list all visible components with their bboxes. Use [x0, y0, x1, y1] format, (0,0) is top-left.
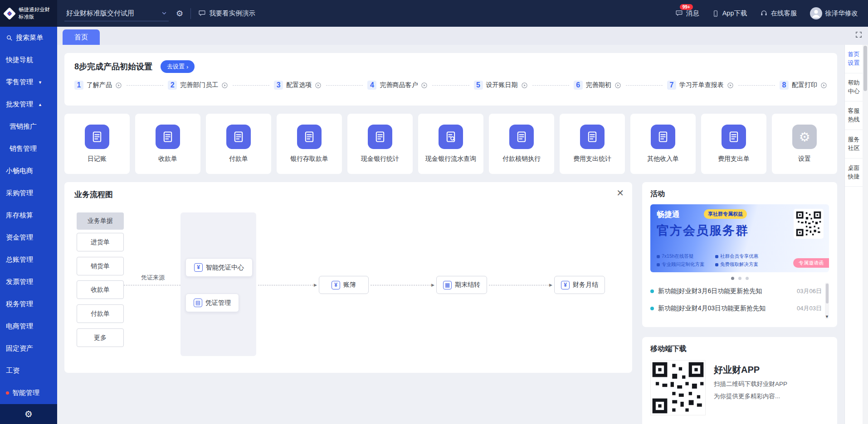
demo-link-label: 我要看实例演示: [209, 9, 255, 18]
demo-link[interactable]: 我要看实例演示: [198, 9, 255, 18]
page-scrollbar-thumb[interactable]: [863, 46, 867, 91]
logo-subtitle: 标准版: [19, 14, 34, 19]
news-scrollbar-thumb[interactable]: [826, 284, 829, 304]
sidebar-item-fixed-assets[interactable]: 固定资产: [0, 337, 57, 360]
play-circle-icon[interactable]: [421, 82, 428, 89]
activity-banner[interactable]: 畅捷通 享社群专属权益 官方会员服务群 7x15h在线答疑 社群会员专享优惠 专…: [650, 204, 829, 272]
quick-card-bank-deposit[interactable]: 银行存取款单: [277, 114, 342, 174]
news-item[interactable]: 新功能|好业财4月03日功能更新抢先知 04月03日: [650, 300, 822, 317]
sidebar-settings-button[interactable]: ⚙: [0, 404, 57, 424]
news-item[interactable]: 新功能|好业财3月6日功能更新抢先知 03月06日: [650, 283, 822, 300]
page-scrollbar[interactable]: [863, 45, 868, 424]
play-circle-icon[interactable]: [614, 82, 621, 89]
sidebar-item-funds[interactable]: 资金管理: [0, 226, 57, 249]
setup-step-5[interactable]: 5 设开账日期: [474, 81, 528, 90]
period-end-box[interactable]: ▦ 期末结转: [436, 276, 487, 294]
quick-card-cash-bank-query[interactable]: 现金银行流水查询: [418, 114, 483, 174]
carousel-dot[interactable]: [738, 277, 741, 280]
fullscreen-expand-icon[interactable]: [855, 31, 863, 39]
strip-item-help-center[interactable]: 帮助中心: [845, 73, 863, 102]
sidebar-item-label: 总账管理: [6, 255, 33, 264]
online-service-button[interactable]: 在线客服: [760, 9, 797, 18]
sidebar-item-general-ledger[interactable]: 总账管理: [0, 249, 57, 271]
play-circle-icon[interactable]: [820, 82, 827, 89]
sidebar-item-sales[interactable]: 销售管理: [0, 138, 57, 160]
play-circle-icon[interactable]: [115, 82, 122, 89]
sidebar-item-smart-management[interactable]: 智能管理: [0, 382, 57, 404]
product-selector[interactable]: 好业财标准版交付试用: [64, 6, 169, 21]
smart-voucher-center[interactable]: ¥ 智能凭证中心: [185, 258, 253, 277]
setup-step-2[interactable]: 2 完善部门员工: [168, 81, 228, 90]
quick-card-expense-stats[interactable]: 费用支出统计: [560, 114, 625, 174]
other-income-icon: [651, 125, 675, 149]
flow-doc-more[interactable]: 更多: [77, 328, 124, 347]
setup-step-1[interactable]: 1 了解产品: [74, 81, 122, 90]
sidebar-item-quick-nav[interactable]: 快捷导航: [0, 49, 57, 71]
sidebar-item-search-menu[interactable]: 搜索菜单: [0, 27, 57, 49]
quick-card-other-income[interactable]: 其他收入单: [630, 114, 696, 174]
strip-item-service-community[interactable]: 服务社区: [845, 130, 863, 159]
flow-doc-purchase-order[interactable]: 进货单: [77, 233, 124, 251]
online-service-label: 在线客服: [771, 9, 797, 18]
setup-step-6[interactable]: 6 完善期初: [574, 81, 621, 90]
go-setup-button[interactable]: 去设置 ›: [161, 60, 195, 73]
quick-card-settings[interactable]: ⚙ 设置: [772, 114, 837, 174]
calendar-icon: ▦: [443, 281, 452, 289]
flow-doc-receipt-order[interactable]: 收款单: [77, 280, 124, 299]
sidebar-item-tax[interactable]: 税务管理: [0, 293, 57, 315]
sidebar-item-label: 营销推广: [10, 122, 37, 131]
carousel-dot[interactable]: [731, 277, 734, 280]
setup-step-4[interactable]: 4 完善商品客户: [367, 81, 428, 90]
flow-connector: [371, 285, 431, 285]
messages-button[interactable]: 99+ 消息: [675, 9, 699, 18]
play-circle-icon[interactable]: [315, 82, 322, 89]
flow-doc-sales-order[interactable]: 销货单: [77, 257, 124, 275]
scroll-down-arrow-icon[interactable]: ▼: [825, 314, 829, 319]
app-logo[interactable]: 畅捷通好业财 标准版: [0, 0, 57, 27]
sidebar-item-invoice[interactable]: 发票管理: [0, 271, 57, 293]
setup-step-8[interactable]: 8 配置打印: [780, 81, 827, 90]
strip-item-service-hotline[interactable]: 客服热线: [845, 101, 863, 130]
ledger-box[interactable]: ¥ 账簿: [319, 276, 369, 294]
step-number: 4: [367, 81, 376, 90]
quick-card-expense[interactable]: 费用支出单: [701, 114, 766, 174]
right-utility-strip: 首页设置 帮助中心 客服热线 服务社区 桌面快捷: [844, 45, 863, 424]
sidebar-item-ecommerce[interactable]: 电商管理: [0, 315, 57, 337]
play-circle-icon[interactable]: [727, 82, 734, 89]
monthly-close-box[interactable]: ¥ 财务月结: [554, 276, 605, 294]
setup-step-3[interactable]: 3 配置选项: [274, 81, 322, 90]
mobile-title: 移动端下载: [650, 344, 829, 354]
app-download-button[interactable]: App下载: [712, 9, 747, 18]
quick-card-payment[interactable]: 付款单: [206, 114, 271, 174]
settings-gear-icon[interactable]: ⚙: [176, 9, 183, 19]
close-icon[interactable]: ✕: [616, 188, 624, 198]
quick-card-cash-bank-stats[interactable]: 现金银行统计: [347, 114, 413, 174]
strip-item-home-settings[interactable]: 首页设置: [845, 45, 863, 73]
carousel-dot[interactable]: [746, 277, 749, 280]
play-circle-icon[interactable]: [221, 82, 228, 89]
quick-card-receipt[interactable]: 收款单: [135, 114, 200, 174]
tab-home[interactable]: 首页: [63, 29, 100, 45]
sidebar-item-payroll[interactable]: 工资: [0, 360, 57, 382]
sidebar-item-inventory[interactable]: 库存核算: [0, 204, 57, 226]
quick-card-journal[interactable]: 日记账: [64, 114, 130, 174]
quick-card-label: 现金银行统计: [361, 155, 399, 163]
step-connector: [532, 85, 569, 86]
sidebar-item-ecommerce-xiaochang[interactable]: 小畅电商: [0, 160, 57, 182]
play-circle-icon[interactable]: [521, 82, 528, 89]
strip-item-desktop-shortcut[interactable]: 桌面快捷: [845, 159, 863, 187]
voucher-management[interactable]: ▤ 凭证管理: [185, 294, 239, 312]
setup-step-7[interactable]: 7 学习开单查报表: [667, 81, 734, 90]
banner-badge: 享社群专属权益: [704, 209, 747, 219]
sidebar-item-retail[interactable]: 零售管理 ▼: [0, 71, 57, 93]
step-number: 5: [474, 81, 483, 90]
sidebar-item-label: 快捷导航: [6, 56, 33, 64]
setup-steps-card: 8步完成产品初始设置 去设置 › 1 了解产品: [64, 53, 837, 106]
user-menu[interactable]: 徐泽华修改: [810, 7, 858, 19]
sidebar-item-marketing[interactable]: 营销推广: [0, 116, 57, 138]
sidebar-item-purchase[interactable]: 采购管理: [0, 182, 57, 204]
flow-doc-payment-order[interactable]: 付款单: [77, 304, 124, 323]
sidebar-item-wholesale[interactable]: 批发管理 ▲: [0, 93, 57, 116]
quick-card-payment-writeoff[interactable]: 付款核销执行: [489, 114, 554, 174]
step-label: 完善期初: [586, 81, 611, 89]
